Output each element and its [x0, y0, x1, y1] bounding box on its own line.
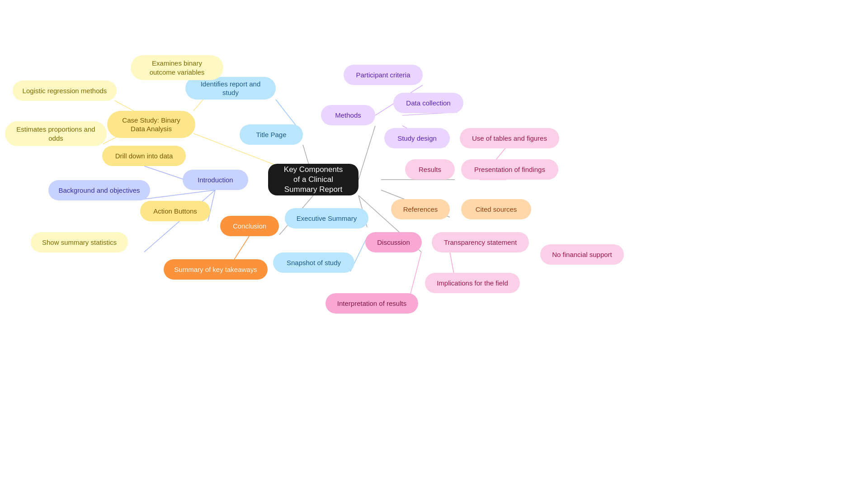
use-of-tables-label: Use of tables and figures: [472, 134, 547, 143]
executive-summary-label: Executive Summary: [297, 214, 357, 223]
references-label: References: [403, 205, 438, 214]
use-of-tables-node: Use of tables and figures: [460, 128, 559, 148]
examines-node: Examines binary outcome variables: [131, 55, 223, 80]
estimates-label: Estimates proportions and odds: [13, 125, 99, 143]
drill-down-label: Drill down into data: [115, 152, 173, 161]
implications-label: Implications for the field: [437, 279, 508, 288]
examines-label: Examines binary outcome variables: [139, 59, 215, 76]
implications-node: Implications for the field: [425, 273, 520, 293]
logistic-node: Logistic regression methods: [13, 81, 117, 101]
svg-line-22: [144, 190, 215, 199]
case-study-node: Case Study: Binary Data Analysis: [107, 111, 195, 138]
estimates-node: Estimates proportions and odds: [5, 121, 107, 146]
identifies-label: Identifies report and study: [193, 80, 268, 97]
discussion-node: Discussion: [365, 232, 422, 252]
logistic-label: Logistic regression methods: [23, 86, 107, 95]
summary-takeaways-label: Summary of key takeaways: [174, 265, 257, 274]
results-node: Results: [405, 159, 455, 180]
cited-sources-node: Cited sources: [461, 199, 531, 219]
title-page-node: Title Page: [240, 124, 303, 145]
snapshot-label: Snapshot of study: [287, 258, 341, 267]
interpretation-label: Interpretation of results: [337, 299, 406, 308]
svg-line-1: [359, 126, 375, 180]
no-financial-label: No financial support: [552, 250, 612, 259]
center-node: Key Components of a Clinical Summary Rep…: [268, 164, 359, 195]
snapshot-node: Snapshot of study: [273, 252, 354, 273]
show-summary-node: Show summary statistics: [31, 232, 128, 252]
study-design-node: Study design: [384, 128, 450, 148]
conclusion-label: Conclusion: [233, 222, 266, 231]
data-collection-node: Data collection: [393, 93, 463, 113]
summary-takeaways-node: Summary of key takeaways: [164, 259, 268, 280]
introduction-node: Introduction: [183, 170, 248, 190]
methods-label: Methods: [335, 111, 361, 120]
center-label: Key Components of a Clinical Summary Rep…: [282, 165, 345, 195]
action-buttons-node: Action Buttons: [140, 201, 210, 221]
conclusion-node: Conclusion: [220, 216, 279, 236]
study-design-label: Study design: [397, 134, 437, 143]
background-node: Background and objectives: [48, 180, 150, 200]
presentation-label: Presentation of findings: [474, 165, 545, 174]
data-collection-label: Data collection: [406, 99, 450, 108]
interpretation-node: Interpretation of results: [326, 293, 418, 314]
presentation-node: Presentation of findings: [461, 159, 558, 180]
identifies-node: Identifies report and study: [185, 77, 276, 100]
drill-down-node: Drill down into data: [102, 146, 186, 166]
discussion-label: Discussion: [377, 238, 410, 247]
show-summary-label: Show summary statistics: [42, 238, 117, 247]
executive-summary-node: Executive Summary: [285, 208, 368, 228]
references-node: References: [391, 199, 450, 219]
action-buttons-label: Action Buttons: [153, 207, 197, 216]
svg-line-23: [208, 190, 215, 221]
participant-criteria-label: Participant criteria: [356, 71, 410, 80]
case-study-label: Case Study: Binary Data Analysis: [115, 116, 187, 133]
results-label: Results: [419, 165, 441, 174]
cited-sources-label: Cited sources: [476, 205, 517, 214]
no-financial-node: No financial support: [540, 244, 624, 265]
transparency-node: Transparency statement: [432, 232, 529, 252]
background-label: Background and objectives: [58, 186, 140, 195]
transparency-label: Transparency statement: [444, 238, 517, 247]
introduction-label: Introduction: [198, 176, 233, 185]
methods-node: Methods: [321, 105, 375, 125]
participant-criteria-node: Participant criteria: [344, 65, 423, 85]
title-page-label: Title Page: [256, 130, 287, 139]
